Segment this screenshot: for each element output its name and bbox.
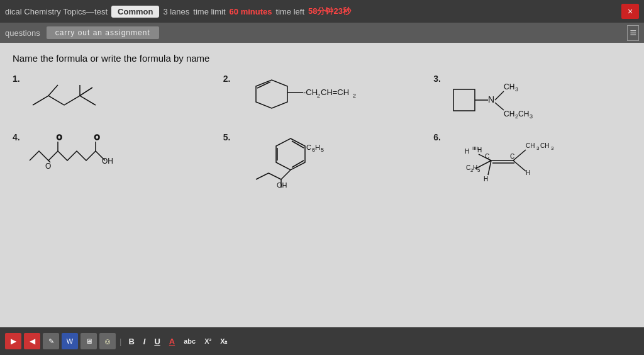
- svg-text:CH: CH: [526, 142, 535, 149]
- svg-text:H: H: [465, 148, 469, 155]
- svg-text:O: O: [57, 133, 62, 141]
- formula-num-5: 5.: [223, 132, 233, 142]
- svg-text:5: 5: [477, 167, 480, 173]
- svg-text:C: C: [306, 144, 311, 151]
- svg-marker-3: [256, 80, 287, 108]
- page-title: dical Chemistry Topics—test: [5, 7, 108, 16]
- formula-num-4: 4.: [13, 132, 23, 142]
- questions-label: questions: [5, 28, 40, 38]
- subscript-button[interactable]: X₂: [217, 336, 230, 347]
- question-title: Name the formula or write the formula by…: [13, 53, 631, 64]
- formula-item-5: 5.: [223, 132, 421, 191]
- svg-text:5: 5: [321, 147, 324, 153]
- svg-text:3: 3: [530, 113, 533, 120]
- svg-text:2: 2: [317, 93, 320, 99]
- common-badge: Common: [111, 6, 159, 18]
- toolbar-gray-btn-1[interactable]: ✎: [43, 333, 59, 349]
- toolbar-blue-btn-1[interactable]: W: [62, 333, 78, 349]
- formula-num-3: 3.: [433, 74, 443, 84]
- formula-item-4: 4. O O O OH: [13, 132, 211, 191]
- svg-text:IIII: IIII: [472, 145, 478, 151]
- svg-text:H: H: [315, 144, 320, 151]
- svg-line-43: [488, 161, 491, 175]
- svg-text:CH: CH: [540, 142, 549, 149]
- svg-line-32: [281, 170, 291, 179]
- minutes-value: 60 minutes: [230, 7, 272, 16]
- formula-drawing-1: [26, 74, 211, 120]
- formula-drawing-5: C 6 H 5 OH: [237, 132, 421, 191]
- toolbar-gray-btn-3[interactable]: ☺: [99, 333, 116, 349]
- bottom-toolbar: ▶ ◀ ✎ W 🖥 ☺ | B I U A abc X² X₂: [0, 327, 644, 355]
- svg-line-46: [513, 150, 526, 161]
- formula-drawing-4: O O O OH: [26, 132, 211, 178]
- svg-line-16: [495, 103, 504, 110]
- svg-text:OH: OH: [277, 181, 287, 189]
- formula-num-6: 6.: [433, 132, 443, 142]
- svg-text:CH=CH: CH=CH: [321, 87, 349, 97]
- formula-item-1: 1.: [13, 74, 211, 126]
- time-left-label: time left: [276, 7, 305, 16]
- svg-text:O: O: [94, 133, 100, 141]
- toolbar-red-btn-1[interactable]: ▶: [5, 333, 21, 349]
- svg-text:N: N: [488, 94, 494, 104]
- svg-line-13: [495, 91, 504, 100]
- close-button[interactable]: ×: [621, 4, 639, 19]
- svg-text:2: 2: [353, 93, 356, 99]
- svg-text:H: H: [477, 147, 482, 154]
- formula-item-6: 6.: [433, 132, 631, 191]
- formula-item-2: 2. -CH 2 CH=CH 2: [223, 74, 421, 126]
- svg-line-33: [269, 173, 281, 179]
- assignment-label: carry out an assignment: [47, 26, 159, 39]
- svg-text:O: O: [45, 162, 51, 171]
- svg-text:3: 3: [536, 145, 540, 151]
- svg-line-34: [256, 173, 269, 179]
- font-color-button[interactable]: A: [166, 335, 178, 347]
- svg-text:3: 3: [551, 145, 554, 151]
- formula-drawing-2: -CH 2 CH=CH 2: [237, 74, 421, 120]
- svg-text:3: 3: [515, 86, 518, 93]
- formula-num-1: 1.: [13, 74, 23, 84]
- toolbar-gray-btn-2[interactable]: 🖥: [80, 333, 97, 349]
- svg-marker-28: [276, 138, 305, 170]
- svg-text:C: C: [485, 153, 489, 160]
- underline-button[interactable]: U: [151, 335, 163, 347]
- time-limit-label: time limit: [193, 7, 225, 16]
- formulas-grid: 1. 2.: [13, 74, 631, 191]
- formula-item-3: 3. N CH 3 CH: [433, 74, 631, 126]
- formula-num-2: 2.: [223, 74, 233, 84]
- svg-text:H: H: [526, 169, 530, 176]
- svg-text:CH: CH: [504, 82, 514, 91]
- svg-text:-CH: -CH: [303, 87, 318, 97]
- timer-value: 58分钟23秒: [308, 6, 351, 17]
- bold-button[interactable]: B: [125, 335, 137, 347]
- svg-line-2: [80, 87, 92, 96]
- svg-rect-10: [453, 89, 475, 111]
- svg-text:H: H: [484, 176, 488, 183]
- svg-text:OH: OH: [102, 157, 113, 166]
- svg-text:C: C: [510, 153, 514, 160]
- svg-text:CH: CH: [504, 110, 514, 118]
- svg-line-47: [513, 161, 526, 171]
- formula-drawing-6: H H IIII C 2 H 5 H CH 3 C C H CH: [447, 132, 631, 191]
- lanes-label: 3 lanes: [163, 7, 189, 16]
- menu-icon[interactable]: ≡: [627, 25, 639, 41]
- superscript-button[interactable]: X²: [201, 336, 214, 346]
- italic-button[interactable]: I: [140, 335, 149, 347]
- second-row: questions carry out an assignment ≡: [0, 23, 644, 43]
- svg-text:CH: CH: [518, 110, 529, 118]
- top-bar: dical Chemistry Topics—test Common 3 lan…: [0, 0, 644, 23]
- toolbar-red-btn-2[interactable]: ◀: [24, 333, 40, 349]
- formula-drawing-3: N CH 3 CH 2 CH 3: [447, 74, 631, 126]
- main-content: Name the formula or write the formula by…: [0, 43, 644, 327]
- svg-line-0: [48, 85, 58, 96]
- strikethrough-button[interactable]: abc: [180, 336, 199, 346]
